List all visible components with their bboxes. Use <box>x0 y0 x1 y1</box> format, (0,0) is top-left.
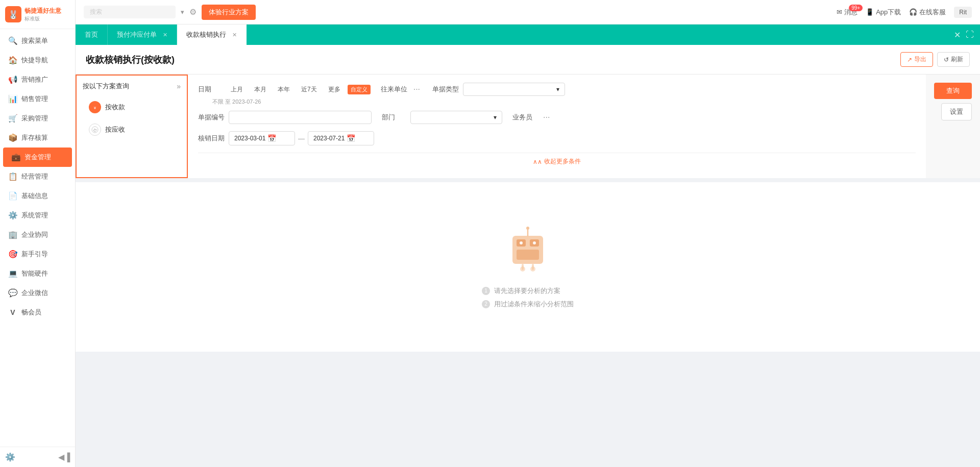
svg-text:⏱: ⏱ <box>93 128 97 133</box>
sidebar-item-search[interactable]: 🔍 搜索菜单 <box>0 31 75 51</box>
voucher-type-select[interactable]: ▾ <box>463 83 565 96</box>
collapse-more-btn[interactable]: ∧∧ 收起更多条件 <box>198 153 916 170</box>
header-search-box[interactable]: 搜索 <box>84 6 176 18</box>
date-dash: — <box>298 135 305 142</box>
sidebar-logo: 🐰 畅捷通好生意 标准版 <box>0 0 75 29</box>
online-service-button[interactable]: 🎧 在线客服 <box>909 8 946 17</box>
writeoff-date-end[interactable]: 2023-07-21 📅 <box>308 131 374 145</box>
refresh-icon: ↺ <box>944 56 949 63</box>
sidebar-item-member[interactable]: V 畅会员 <box>0 303 75 322</box>
empty-state: 1 请先选择要分析的方案 2 用过滤条件来缩小分析范围 <box>76 182 980 352</box>
marketing-icon: 📢 <box>8 75 17 84</box>
user-profile[interactable]: Rit <box>954 7 972 18</box>
tab-bar-actions: ✕ ⛶ <box>948 24 980 45</box>
sidebar-item-sales[interactable]: 📊 销售管理 <box>0 89 75 109</box>
message-badge: 99+ <box>849 5 863 11</box>
sidebar-item-label: 快捷导航 <box>21 56 48 65</box>
filter-row-2: 单据编号 部门 ▾ <box>198 111 916 124</box>
header-gear-icon[interactable]: ⚙ <box>189 7 197 17</box>
header-right: ✉ 消息 99+ 📱 App下载 🎧 在线客服 Rit <box>837 7 972 18</box>
voucher-no-input[interactable] <box>229 111 372 124</box>
date-btn-this-month[interactable]: 本月 <box>250 84 271 95</box>
voucher-type-field: 单据类型 ▾ <box>432 83 565 96</box>
sidebar-item-operations[interactable]: 📋 经营管理 <box>0 167 75 186</box>
date-btn-custom[interactable]: 自定义 <box>348 85 371 94</box>
sales-icon: 📊 <box>8 94 17 104</box>
date-btn-more[interactable]: 更多 <box>324 84 345 95</box>
app-download-button[interactable]: 📱 App下载 <box>866 8 901 17</box>
writeoff-date-start[interactable]: 2023-03-01 📅 <box>229 131 295 145</box>
main-area: 搜索 ▾ ⚙ 体验行业方案 ✉ 消息 99+ 📱 App下载 🎧 在线客服 Ri… <box>76 0 980 467</box>
collapse-sidebar-icon[interactable]: ◀▐ <box>58 452 70 462</box>
sidebar-item-label: 经营管理 <box>21 172 48 181</box>
message-button[interactable]: ✉ 消息 99+ <box>837 8 857 17</box>
sidebar-item-basic-info[interactable]: 📄 基础信息 <box>0 186 75 206</box>
refresh-button[interactable]: ↺ 刷新 <box>937 52 970 67</box>
sidebar-item-label: 搜索菜单 <box>21 36 48 45</box>
tab-prepay-close-icon[interactable]: ✕ <box>163 32 167 38</box>
enterprise-icon: 🏢 <box>8 230 17 239</box>
writeoff-date-field: 核销日期 2023-03-01 📅 — 2023-07-21 <box>198 131 374 145</box>
filter-collapse-icon[interactable]: » <box>177 82 181 90</box>
filter-row-3: 核销日期 2023-03-01 📅 — 2023-07-21 <box>198 131 916 145</box>
svg-rect-7 <box>517 250 539 260</box>
sidebar-item-system[interactable]: ⚙️ 系统管理 <box>0 206 75 225</box>
empty-illustration <box>497 223 558 274</box>
tab-writeoff-close-icon[interactable]: ✕ <box>232 32 237 38</box>
sidebar-item-wechat[interactable]: 💬 企业微信 <box>0 283 75 303</box>
solution-button[interactable]: 体验行业方案 <box>202 5 256 20</box>
tab-expand-icon[interactable]: ⛶ <box>966 30 974 39</box>
settings-icon[interactable]: ⚙️ <box>5 452 15 462</box>
tab-home[interactable]: 首页 <box>76 24 108 45</box>
export-button[interactable]: ↗ 导出 <box>900 52 933 67</box>
sidebar-item-marketing[interactable]: 📢 营销推广 <box>0 70 75 89</box>
svg-rect-10 <box>522 264 524 270</box>
tab-writeoff[interactable]: 收款核销执行 ✕ <box>177 24 247 45</box>
sidebar-item-purchase[interactable]: 🛒 采购管理 <box>0 109 75 128</box>
sidebar-item-enterprise[interactable]: 🏢 企业协同 <box>0 225 75 244</box>
tab-close-icon[interactable]: ✕ <box>954 30 961 40</box>
date-btn-last-month[interactable]: 上月 <box>227 84 247 95</box>
empty-tip-2: 2 用过滤条件来缩小分析范围 <box>482 298 574 311</box>
svg-text:¥: ¥ <box>93 106 96 110</box>
query-button[interactable]: 查询 <box>934 83 972 99</box>
date-btn-7days[interactable]: 近7天 <box>297 84 321 95</box>
service-icon: 🎧 <box>909 8 917 16</box>
sidebar: 🐰 畅捷通好生意 标准版 🔍 搜索菜单 🏠 快捷导航 📢 营销推广 📊 销售管理… <box>0 0 76 467</box>
sidebar-item-label: 智能硬件 <box>21 269 48 278</box>
tab-prepay-label: 预付冲应付单 <box>117 30 157 39</box>
tip-number-2: 2 <box>482 300 490 308</box>
filter-right-actions: 查询 设置 <box>926 75 980 178</box>
sidebar-item-quick-nav[interactable]: 🏠 快捷导航 <box>0 51 75 70</box>
counterparty-label: 往来单位 <box>381 85 407 94</box>
collapse-icon: ∧∧ <box>533 158 542 165</box>
page-container: 收款核销执行(按收款) ↗ 导出 ↺ 刷新 按以下方 <box>76 45 980 467</box>
sidebar-item-finance[interactable]: 💼 资金管理 <box>3 148 72 167</box>
tip-number-1: 1 <box>482 287 490 295</box>
filter-row-1: 日期 上月 本月 本年 近7天 更多 自定义 <box>198 83 916 96</box>
dept-select[interactable]: ▾ <box>410 111 502 124</box>
tab-home-label: 首页 <box>85 30 98 39</box>
logo-text: 畅捷通好生意 标准版 <box>24 7 61 22</box>
chevron-down-icon[interactable]: ▾ <box>181 8 184 16</box>
voucher-type-label: 单据类型 <box>432 85 459 94</box>
calendar-end-icon[interactable]: 📅 <box>347 134 355 142</box>
sidebar-item-guide[interactable]: 🎯 新手引导 <box>0 244 75 264</box>
sidebar-item-hardware[interactable]: 💻 智能硬件 <box>0 264 75 283</box>
finance-icon: 💼 <box>11 153 20 162</box>
voucher-no-label: 单据编号 <box>198 113 225 122</box>
employee-label: 业务员 <box>512 113 537 122</box>
settings-button[interactable]: 设置 <box>941 103 972 120</box>
message-icon: ✉ <box>837 8 842 16</box>
receivable-icon: ⏱ <box>89 124 101 136</box>
calendar-start-icon[interactable]: 📅 <box>267 134 276 142</box>
tab-prepay[interactable]: 预付冲应付单 ✕ <box>108 24 177 45</box>
query-option-by-receipt[interactable]: ¥ 按收款 <box>83 97 181 117</box>
page-title: 收款核销执行(按收款) <box>86 54 175 66</box>
query-option-by-receivable[interactable]: ⏱ 按应收 <box>83 119 181 140</box>
filter-left-panel: 按以下方案查询 » ¥ 按收款 <box>76 75 188 178</box>
date-sublabel: 不限 至 2023-07-26 <box>212 98 916 106</box>
sidebar-item-inventory[interactable]: 📦 库存核算 <box>0 128 75 148</box>
date-btn-this-year[interactable]: 本年 <box>274 84 294 95</box>
voucher-no-field: 单据编号 <box>198 111 372 124</box>
